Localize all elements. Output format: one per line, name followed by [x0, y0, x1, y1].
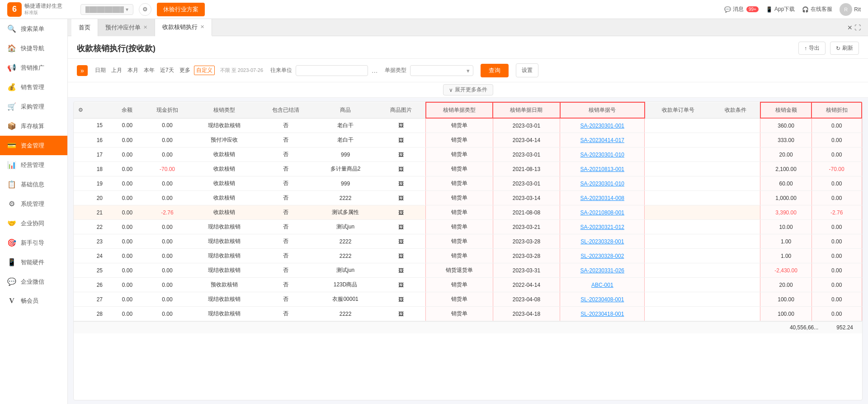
cell-verify_bill_date: 2023-03-01: [493, 147, 560, 162]
tab-fullscreen-button[interactable]: ⛶: [854, 24, 861, 31]
sidebar-item-inventory[interactable]: 📦 库存核算: [0, 116, 67, 136]
tab-home[interactable]: 首页: [71, 19, 98, 36]
table-footer: 40,556,66... 952.24: [74, 321, 862, 333]
date-link-more[interactable]: 更多: [178, 66, 192, 75]
table-row[interactable]: 160.000.00预付冲应收否老白干🖼销货单2023-04-14SA-2023…: [74, 133, 862, 147]
date-link-7days[interactable]: 近7天: [158, 66, 176, 75]
sidebar-item-marketing[interactable]: 📢 营销推广: [0, 58, 67, 77]
cell-verify_bill_no[interactable]: SA-20230301-010: [560, 147, 645, 162]
cell-balance: 0.00: [112, 307, 143, 321]
expand-more-bar: ∨ 展开更多条件: [68, 82, 868, 98]
table-row[interactable]: 240.000.00现结收款核销否2222🖼销货单2023-03-28SL-20…: [74, 249, 862, 263]
filter-bar: » 日期 上月 本月 本年 近7天 更多 自定义 不限 至 2023-07-26: [68, 59, 868, 82]
cell-include_settled: 否: [257, 307, 314, 321]
export-button[interactable]: ↑ 导出: [798, 42, 826, 55]
partner-input[interactable]: [296, 65, 368, 76]
table-row[interactable]: 200.000.00收款核销否2222🖼销货单2023-03-14SA-2023…: [74, 191, 862, 205]
messages-button[interactable]: 💬 消息 99+: [724, 5, 759, 13]
cell-balance: 0.00: [112, 176, 143, 191]
cell-receipt_condition: [711, 133, 760, 147]
cell-receipt_condition: [711, 307, 760, 321]
refresh-button[interactable]: ↻ 刷新: [830, 42, 859, 55]
cell-receipt_condition: [711, 249, 760, 263]
sidebar-item-guide[interactable]: 🎯 新手引导: [0, 233, 67, 252]
sidebar-item-system[interactable]: ⚙ 系统管理: [0, 194, 67, 214]
table-row[interactable]: 210.00-2.76收款核销否测试多属性🖼销货单2021-08-08SA-20…: [74, 205, 862, 220]
filter-date-group: 日期 上月 本月 本年 近7天 更多 自定义 不限 至 2023-07-26: [95, 66, 263, 75]
cell-verify_bill_no[interactable]: SA-20230321-012: [560, 220, 645, 234]
date-link-custom[interactable]: 自定义: [194, 66, 215, 75]
messages-badge: 99+: [746, 6, 759, 12]
cell-balance: 0.00: [112, 292, 143, 307]
tab-prepay[interactable]: 预付冲应付单 ✕: [98, 19, 155, 36]
user-menu[interactable]: R Rit: [840, 3, 861, 16]
cell-seq: 24: [88, 249, 112, 263]
table-container[interactable]: ⚙ 余额 现金折扣 核销类型 包含已结清 商品 商品图片 核销单据类型 核销单据…: [73, 101, 863, 400]
sidebar-item-collab[interactable]: 🤝 企业协同: [0, 214, 67, 233]
cell-verify_bill_no[interactable]: SA-20230301-001: [560, 118, 645, 133]
tab-bar: 首页 预付冲应付单 ✕ 收款核销执行 ✕ ✕ ⛶: [68, 19, 868, 36]
cell-verify_bill_no[interactable]: ABC-001: [560, 278, 645, 292]
cell-settings: [74, 118, 88, 133]
cell-include_settled: 否: [257, 118, 314, 133]
table-row[interactable]: 280.000.00现结收款核销否2222🖼销货单2023-04-18SL-20…: [74, 307, 862, 321]
sidebar-item-wechat[interactable]: 💬 企业微信: [0, 272, 67, 291]
cell-verify_bill_no[interactable]: SA-20230314-008: [560, 191, 645, 205]
cell-verify_bill_no[interactable]: SL-20230328-002: [560, 249, 645, 263]
footer-total: 40,556,66...: [790, 324, 818, 331]
cell-verify_bill_no[interactable]: SL-20230408-001: [560, 292, 645, 307]
table-row[interactable]: 150.000.00现结收款核销否老白干🖼销货单2023-03-01SA-202…: [74, 118, 862, 133]
table-row[interactable]: 220.000.00现结收款核销否测试jun🖼销货单2023-03-21SA-2…: [74, 220, 862, 234]
sidebar-item-hardware[interactable]: 📱 智能硬件: [0, 252, 67, 272]
sidebar-item-purchase[interactable]: 🛒 采购管理: [0, 97, 67, 116]
table-row[interactable]: 170.000.00收款核销否999🖼销货单2023-03-01SA-20230…: [74, 147, 862, 162]
query-button[interactable]: 查询: [481, 64, 509, 77]
app-download-button[interactable]: 📱 App下载: [766, 5, 795, 13]
cell-verify_bill_no[interactable]: SA-20230301-010: [560, 176, 645, 191]
table-row[interactable]: 270.000.00现结收款核销否衣服00001🖼销货单2023-04-08SL…: [74, 292, 862, 307]
tab-close-all-button[interactable]: ✕: [847, 24, 853, 31]
sidebar-item-sales[interactable]: 💰 销售管理: [0, 77, 67, 97]
col-header-cash-discount: 现金折扣: [143, 102, 191, 118]
col-header-settings[interactable]: ⚙: [74, 102, 88, 118]
company-selector[interactable]: ██████████ ▾: [80, 4, 133, 15]
online-service-button[interactable]: 🎧 在线客服: [802, 5, 832, 13]
cell-balance: 0.00: [112, 234, 143, 249]
sidebar-item-operations[interactable]: 📊 经营管理: [0, 155, 67, 175]
cell-verify_bill_no[interactable]: SA-20210813-001: [560, 162, 645, 176]
expand-more-button[interactable]: ∨ 展开更多条件: [443, 84, 493, 95]
tab-verify[interactable]: 收款核销执行 ✕: [155, 19, 212, 36]
cell-verify_bill_no[interactable]: SA-20230331-026: [560, 263, 645, 278]
filter-expand-button[interactable]: »: [77, 65, 88, 76]
cell-verify_bill_no[interactable]: SA-20210808-001: [560, 205, 645, 220]
date-link-this-year[interactable]: 本年: [142, 66, 156, 75]
date-link-this-month[interactable]: 本月: [126, 66, 140, 75]
sidebar-item-basic-info[interactable]: 📋 基础信息: [0, 175, 67, 194]
sidebar-item-nav[interactable]: 🏠 快捷导航: [0, 38, 67, 58]
sidebar-item-member[interactable]: V 畅会员: [0, 291, 67, 310]
cell-verify_amount: 10.00: [760, 220, 811, 234]
cell-verify_bill_no[interactable]: SL-20230328-001: [560, 234, 645, 249]
cell-receipt_condition: [711, 292, 760, 307]
table-row[interactable]: 230.000.00现结收款核销否2222🖼销货单2023-03-28SL-20…: [74, 234, 862, 249]
cell-include_settled: 否: [257, 278, 314, 292]
settings-gear-button[interactable]: ⚙: [139, 3, 151, 16]
cell-product_image: 🖼: [377, 162, 426, 176]
table-row[interactable]: 190.000.00收款核销否999🖼销货单2023-03-01SA-20230…: [74, 176, 862, 191]
cell-product: 测试jun: [315, 263, 377, 278]
filter-settings-button[interactable]: 设置: [516, 63, 538, 77]
sidebar-item-finance[interactable]: 💳 资金管理: [0, 136, 67, 155]
tab-verify-close[interactable]: ✕: [200, 24, 204, 30]
cell-cash_discount: 0.00: [143, 220, 191, 234]
bill-type-select[interactable]: [410, 65, 473, 76]
date-link-last-month[interactable]: 上月: [109, 66, 124, 75]
table-row[interactable]: 180.00-70.00收款核销否多计量商品2🖼销货单2021-08-13SA-…: [74, 162, 862, 176]
table-row[interactable]: 260.000.00预收款核销否123D商品🖼销货单2022-04-14ABC-…: [74, 278, 862, 292]
industry-solution-button[interactable]: 休验行业方案: [157, 3, 205, 16]
cell-verify_bill_no[interactable]: SA-20230414-017: [560, 133, 645, 147]
table-row[interactable]: 250.000.00现结收款核销否测试jun🖼销货退货单2023-03-31SA…: [74, 263, 862, 278]
cell-settings: [74, 292, 88, 307]
sidebar-item-search[interactable]: 🔍 搜索菜单: [0, 19, 67, 38]
cell-verify_bill_no[interactable]: SL-20230418-001: [560, 307, 645, 321]
tab-prepay-close[interactable]: ✕: [143, 24, 147, 30]
